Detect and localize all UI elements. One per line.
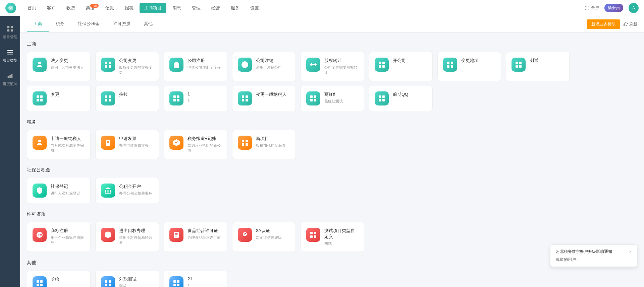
card-1[interactable]: 11 <box>164 86 227 111</box>
vip-btn[interactable]: 畅会员 <box>604 4 623 12</box>
svg-rect-23 <box>447 65 449 68</box>
nav-item-消息[interactable]: 消息 <box>168 3 186 13</box>
svg-point-0 <box>10 8 11 9</box>
user-avatar[interactable]: A <box>629 3 639 13</box>
card-商标注册[interactable]: TM商标注册用于企业商标注册服务 <box>27 222 91 252</box>
nav-item-记账[interactable]: 记账 <box>101 3 119 13</box>
app-logo <box>5 3 16 13</box>
tab-社保公积金[interactable]: 社保公积金 <box>71 16 106 32</box>
card-desc: 1 <box>187 283 222 287</box>
card-食品经营许可证[interactable]: 食品经营许可证办理食品经营许可证 <box>164 222 227 252</box>
svg-rect-74 <box>40 284 43 286</box>
card-新项目[interactable]: 新项目报税加税控盘保管 <box>232 130 296 159</box>
svg-rect-79 <box>173 280 176 283</box>
nav-item-管理[interactable]: 管理 <box>187 3 205 13</box>
card-icon <box>33 184 47 198</box>
card-title: 测试 <box>530 58 564 64</box>
sidebar-label: 项目类型 <box>3 58 17 63</box>
card-前期QQ[interactable]: 前期QQ <box>369 86 433 111</box>
svg-rect-51 <box>379 99 381 101</box>
card-icon <box>375 58 389 72</box>
nav-item-票据[interactable]: 票据new <box>81 3 99 13</box>
card-icon <box>169 228 183 242</box>
card-变更地址[interactable]: 变更地址 <box>437 52 501 81</box>
card-哈哈[interactable]: 哈哈 <box>27 271 91 287</box>
card-title: 1 <box>187 91 222 96</box>
card-desc: 适用于对外贸易经营者 <box>119 235 153 245</box>
card-税务报道+记账[interactable]: 税务报道+记账拿到营业执照的新公司 <box>164 130 227 159</box>
svg-rect-77 <box>105 284 107 286</box>
card-title: 变更一般纳税人 <box>256 91 290 97</box>
new-type-button[interactable]: 新增业务类型 <box>587 19 620 29</box>
card-icon <box>101 276 115 287</box>
card-title: 开公司 <box>393 58 427 64</box>
card-info: 葛红红葛红红测试 <box>324 91 359 104</box>
card-icon <box>101 136 115 150</box>
tab-税务[interactable]: 税务 <box>49 16 71 32</box>
card-title: 税务报道+记账 <box>187 136 222 142</box>
card-申请发票[interactable]: 申请发票办理申请发票业务 <box>95 130 159 159</box>
nav-item-服务[interactable]: 服务 <box>226 3 244 13</box>
card-社保登记[interactable]: 社保登记进行人员社保登记 <box>27 178 91 203</box>
card-进出口权办理[interactable]: 进出口权办理适用于对外贸易经营者 <box>95 222 159 252</box>
sidebar-item-进度监测[interactable]: 进度监测 <box>1 68 19 89</box>
sidebar-icon-项目类型 <box>5 48 15 57</box>
notif-close-button[interactable]: × <box>629 249 632 254</box>
card-公积金开户[interactable]: 公积金开户办理公积金相关业务 <box>95 178 159 203</box>
card-info: 税务报道+记账拿到营业执照的新公司 <box>187 136 222 153</box>
card-desc: 测试 <box>119 284 153 287</box>
sidebar-icon-项目管理 <box>5 24 15 33</box>
svg-rect-37 <box>173 95 176 98</box>
nav-item-工商项目[interactable]: 工商项目 <box>140 3 166 13</box>
card-变更[interactable]: 变更 <box>27 86 91 111</box>
card-icon <box>33 276 47 287</box>
fullscreen-label: 全屏 <box>591 5 599 11</box>
nav-item-收费[interactable]: 收费 <box>62 3 80 13</box>
nav-item-客户[interactable]: 客户 <box>42 3 60 13</box>
card-title: 前期QQ <box>393 91 427 97</box>
card-葛红红[interactable]: 葛红红葛红红测试 <box>301 86 364 111</box>
card-3A认证[interactable]: 3A认证对企业信誉评级 <box>232 222 296 252</box>
card-info: 商标注册用于企业商标注册服务 <box>51 228 85 245</box>
card-拉拉[interactable]: 拉拉 <box>95 86 159 111</box>
card-变更一般纳税人[interactable]: 变更一般纳税人 <box>232 86 296 111</box>
card-desc: 1 <box>187 98 222 103</box>
card-title: 葛红红 <box>324 91 359 97</box>
svg-rect-25 <box>516 62 518 64</box>
card-公司注销[interactable]: 公司注销适用于注销公司 <box>232 52 296 81</box>
card-info: 新项目报税加税控盘保管 <box>256 136 290 148</box>
card-法人变更[interactable]: 法人变更适用于公司变更法人 <box>27 52 91 81</box>
tab-其他[interactable]: 其他 <box>137 16 159 32</box>
card-title: 公司注册 <box>187 58 222 64</box>
card-申请一般纳税人[interactable]: 申请一般纳税人当月或次月成变更完成 <box>27 130 91 159</box>
nav-item-设置[interactable]: 设置 <box>246 3 264 13</box>
card-公司注册[interactable]: 公司注册申请公司注册全流程 <box>164 52 227 81</box>
card-开公司[interactable]: 开公司 <box>369 52 433 81</box>
card-测试项目类型自定义[interactable]: 测试项目类型自定义测试 <box>301 222 364 252</box>
svg-rect-22 <box>451 62 453 64</box>
card-info: 前期QQ <box>393 91 427 99</box>
svg-rect-38 <box>177 95 179 98</box>
refresh-button[interactable]: 刷新 <box>624 21 637 27</box>
card-测试[interactable]: 测试 <box>506 52 570 81</box>
nav-item-经营[interactable]: 经营 <box>207 3 225 13</box>
section-title-shebao: 社保公积金 <box>27 167 637 173</box>
tab-工商[interactable]: 工商 <box>27 16 49 32</box>
card-公司变更[interactable]: 公司变更股权变更外的业务变更 <box>95 52 159 81</box>
tab-许可资质[interactable]: 许可资质 <box>106 16 137 32</box>
svg-rect-72 <box>40 280 43 283</box>
card-21[interactable]: 211 <box>164 271 227 287</box>
card-desc: 适用于公司变更法人 <box>51 65 85 70</box>
card-刘聪测试[interactable]: 刘聪测试测试 <box>95 271 159 287</box>
svg-rect-78 <box>109 284 111 286</box>
card-icon <box>33 136 47 150</box>
nav-item-报税[interactable]: 报税 <box>120 3 138 13</box>
card-股权转让[interactable]: 股权转让公司变更需要股权转让 <box>301 52 364 81</box>
nav-item-首页[interactable]: 首页 <box>23 3 41 13</box>
sidebar-item-项目管理[interactable]: 项目管理 <box>1 21 19 42</box>
fullscreen-btn[interactable]: 全屏 <box>585 5 599 11</box>
svg-rect-6 <box>9 75 11 78</box>
card-icon <box>101 184 115 198</box>
sidebar-item-项目类型[interactable]: 项目类型 <box>1 45 19 66</box>
card-icon <box>238 228 252 242</box>
